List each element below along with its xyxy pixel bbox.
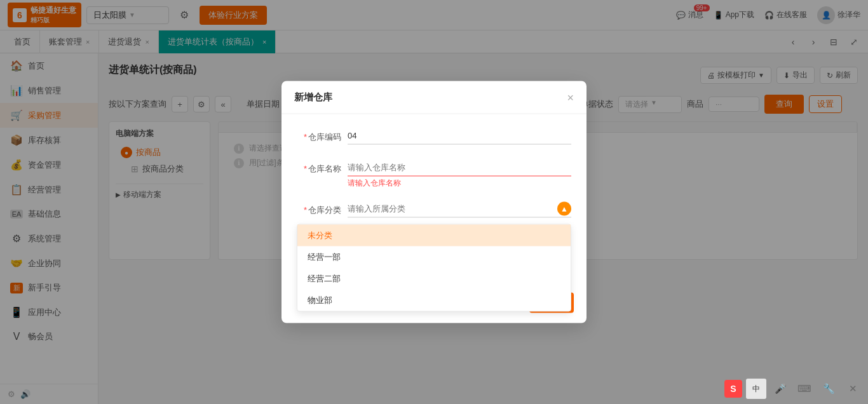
toolbar-close-icon[interactable]: ✕: [843, 379, 863, 399]
dialog-title: 新增仓库: [294, 91, 332, 104]
keyboard-icon[interactable]: ⌨: [794, 379, 815, 399]
code-input[interactable]: [348, 127, 571, 145]
form-row-code: *仓库编码: [297, 127, 571, 147]
new-warehouse-dialog: 新增仓库 × *仓库编码 *仓库名称 请输入仓库名称 *仓库分类: [281, 81, 587, 323]
dropdown-item-ops1[interactable]: 经营一部: [297, 246, 571, 268]
code-label: *仓库编码: [297, 127, 348, 147]
category-toggle-icon[interactable]: ▲: [557, 202, 571, 216]
category-input[interactable]: [348, 200, 571, 218]
zh-icon[interactable]: 中: [746, 379, 766, 399]
name-error-msg: 请输入仓库名称: [348, 178, 571, 189]
code-input-wrap: [348, 127, 571, 145]
wrench-icon[interactable]: 🔧: [818, 379, 839, 399]
dialog-header: 新增仓库 ×: [281, 81, 587, 114]
dropdown-item-ops2[interactable]: 经营二部: [297, 268, 571, 290]
name-input[interactable]: [348, 159, 571, 177]
dropdown-item-none[interactable]: 未分类: [297, 225, 571, 246]
form-row-category: *仓库分类 ▲ 未分类 经营一部 经营二部 物业部: [297, 200, 571, 220]
dropdown-item-property[interactable]: 物业部: [297, 290, 571, 311]
s-logo-icon[interactable]: S: [724, 380, 742, 398]
microphone-icon[interactable]: 🎤: [770, 379, 790, 399]
name-input-wrap: 请输入仓库名称: [348, 159, 571, 189]
category-input-wrap: ▲ 未分类 经营一部 经营二部 物业部: [348, 200, 571, 218]
category-label: *仓库分类: [297, 200, 348, 220]
dialog-close-button[interactable]: ×: [567, 91, 574, 103]
bottom-right-bar: S 中 🎤 ⌨ 🔧 ✕: [724, 379, 863, 399]
dialog-body: *仓库编码 *仓库名称 请输入仓库名称 *仓库分类 ▲: [281, 114, 587, 285]
name-label: *仓库名称: [297, 159, 348, 179]
form-row-name: *仓库名称 请输入仓库名称: [297, 159, 571, 189]
category-dropdown: 未分类 经营一部 经营二部 物业部: [297, 224, 571, 312]
